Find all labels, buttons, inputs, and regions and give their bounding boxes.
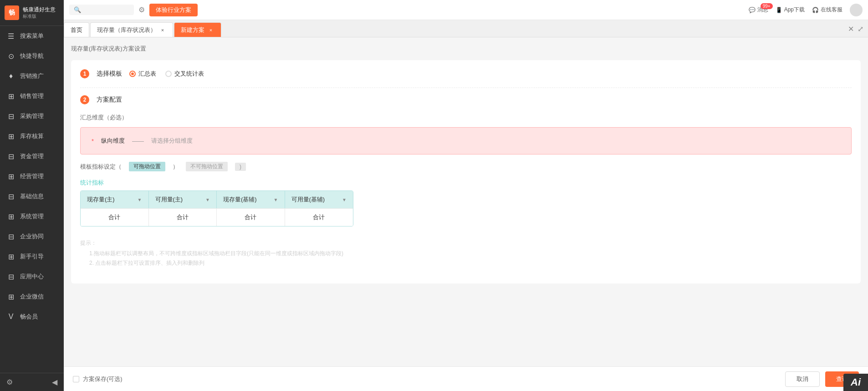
tab-new-scheme[interactable]: 新建方案 × — [174, 22, 221, 37]
stats-th-0[interactable]: 现存量(主) ▼ — [81, 191, 149, 208]
topbar-search-input[interactable] — [84, 7, 129, 13]
tips-title: 提示： — [80, 239, 852, 247]
topbar-right: 💬 消息 99+ 📱 App下载 🎧 在线客服 — [749, 4, 863, 16]
sidebar-item-label-quick-nav: 快捷导航 — [20, 52, 44, 60]
dim-dash: —— — [132, 138, 144, 144]
sidebar-item-label-app: 应用中心 — [20, 273, 44, 281]
sidebar-item-label-search-menu: 搜索菜单 — [20, 32, 44, 40]
step1-label: 选择模板 — [97, 70, 122, 78]
corp-icon: ⊟ — [6, 232, 15, 241]
sales-icon: ⊞ — [6, 92, 15, 101]
trial-btn[interactable]: 体验行业方案 — [149, 4, 198, 16]
scheme-panel: 1 选择模板 汇总表 交叉统计表 2 方案配置 — [71, 60, 861, 283]
sidebar-item-label-operation: 经营管理 — [20, 172, 44, 180]
step2-row: 2 方案配置 — [80, 95, 852, 104]
marketing-icon: ♦ — [6, 72, 15, 81]
sidebar-item-wechat[interactable]: ⊞ 企业微信 — [0, 287, 64, 307]
save-label: 方案保存(可选) — [83, 375, 123, 383]
topbar-gear-icon[interactable]: ⚙ — [138, 5, 145, 14]
sidebar-item-label-purchase: 采购管理 — [20, 112, 44, 120]
settings-icon[interactable]: ⚙ — [6, 378, 13, 386]
tab-inventory-status-label: 现存量（库存状况表） — [97, 26, 156, 34]
draggable-tag: 可拖动位置 — [129, 162, 165, 171]
radio-cross-circle — [165, 71, 172, 77]
message-btn[interactable]: 💬 消息 99+ — [749, 6, 768, 14]
radio-cross-label: 交叉统计表 — [174, 70, 204, 78]
stats-td-0-2: 合计 — [217, 208, 285, 226]
sidebar-item-marketing[interactable]: ♦ 营销推广 — [0, 66, 64, 86]
system-icon: ⊞ — [6, 212, 15, 221]
chevron-down-icon-0: ▼ — [138, 197, 142, 202]
stats-table-body: 合计 合计 合计 合计 — [81, 208, 353, 226]
logo-line1: 畅康通好生意 — [23, 6, 56, 14]
sidebar-item-label-inventory: 库存核算 — [20, 132, 44, 140]
dimension-area[interactable]: * 纵向维度 —— 请选择分组维度 — [80, 127, 852, 154]
step2-number: 2 — [80, 95, 89, 104]
tab-new-scheme-close-icon[interactable]: × — [207, 26, 214, 34]
required-star: * — [92, 138, 94, 144]
sidebar-item-corp[interactable]: ⊟ 企业协同 — [0, 226, 64, 247]
user-avatar[interactable] — [850, 4, 863, 16]
stats-section-title: 统计指标 — [80, 179, 852, 187]
sidebar-item-app[interactable]: ⊟ 应用中心 — [0, 267, 64, 287]
tab-close-icon[interactable]: ✕ — [848, 24, 854, 33]
tab-home-label: 首页 — [71, 26, 82, 34]
tab-bar: 首页 现存量（库存状况表） × 新建方案 × ✕ ⤢ — [64, 20, 868, 37]
radio-cross[interactable]: 交叉统计表 — [165, 70, 204, 78]
topbar-search-icon: 🔍 — [74, 6, 81, 13]
ai-badge: Ai — [843, 374, 868, 391]
logo-text: 畅康通好生意 标准版 — [23, 6, 56, 20]
step2-label: 方案配置 — [97, 96, 122, 104]
radio-summary[interactable]: 汇总表 — [129, 70, 156, 78]
tab-inventory-close-icon[interactable]: × — [159, 26, 166, 34]
tab-home[interactable]: 首页 — [64, 22, 89, 37]
indicator-settings-label: 模板指标设定（ — [80, 163, 122, 171]
sidebar-item-inventory[interactable]: ⊞ 库存核算 — [0, 126, 64, 146]
stats-table: 现存量(主) ▼ 可用量(主) ▼ 现存量(基辅) ▼ 可用量(基辅) ▼ — [80, 190, 353, 226]
finance-icon: ⊟ — [6, 152, 15, 161]
sidebar-logo: 畅 畅康通好生意 标准版 — [0, 0, 64, 26]
app-icon: ⊟ — [6, 272, 15, 281]
search-menu-icon: ☰ — [6, 31, 15, 41]
sidebar-item-search-menu[interactable]: ☰ 搜索菜单 — [0, 26, 64, 46]
sound-icon[interactable]: ◀ — [52, 378, 57, 386]
sidebar-item-finance[interactable]: ⊟ 资金管理 — [0, 146, 64, 166]
sidebar-item-sales[interactable]: ⊞ 销售管理 — [0, 86, 64, 106]
non-draggable-tag2: ) — [235, 163, 246, 171]
message-icon: 💬 — [749, 7, 756, 13]
chevron-down-icon-2: ▼ — [274, 197, 278, 202]
cancel-button[interactable]: 取消 — [785, 371, 820, 387]
sidebar: 畅 畅康通好生意 标准版 ☰ 搜索菜单 ⊙ 快捷导航 ♦ 营销推广 ⊞ 销售管理… — [0, 0, 64, 391]
sidebar-item-operation[interactable]: ⊞ 经营管理 — [0, 166, 64, 186]
sidebar-item-basic[interactable]: ⊟ 基础信息 — [0, 186, 64, 206]
stats-th-3[interactable]: 可用量(基辅) ▼ — [285, 191, 353, 208]
tab-inventory-status[interactable]: 现存量（库存状况表） × — [90, 22, 173, 37]
indicator-settings-row: 模板指标设定（ 可拖动位置 ） 不可拖动位置 ) — [80, 162, 852, 171]
app-download-icon: 📱 — [776, 7, 782, 13]
sidebar-item-label-finance: 资金管理 — [20, 152, 44, 160]
stats-th-1[interactable]: 可用量(主) ▼ — [149, 191, 217, 208]
sidebar-item-guide[interactable]: ⊞ 新手引导 — [0, 247, 64, 267]
tab-expand-icon[interactable]: ⤢ — [858, 24, 863, 33]
dimension-title: 汇总维度（必选） — [80, 113, 852, 122]
save-option[interactable]: 方案保存(可选) — [73, 375, 123, 383]
sidebar-item-purchase[interactable]: ⊟ 采购管理 — [0, 106, 64, 126]
sidebar-item-system[interactable]: ⊞ 系统管理 — [0, 206, 64, 226]
app-download-btn[interactable]: 📱 App下载 — [776, 6, 805, 14]
content-area: 现存量(库存状况表)方案设置 1 选择模板 汇总表 交叉统计表 — [64, 37, 868, 366]
purchase-icon: ⊟ — [6, 112, 15, 121]
non-draggable-tag: 不可拖动位置 — [186, 162, 228, 171]
tab-new-scheme-label: 新建方案 — [181, 26, 204, 34]
stats-th-1-label: 可用量(主) — [155, 196, 183, 204]
sidebar-item-label-basic: 基础信息 — [20, 192, 44, 201]
tips-item-1: 2. 点击标题栏下拉可设置排序、插入列和删除列 — [80, 259, 852, 267]
stats-th-0-label: 现存量(主) — [87, 196, 115, 204]
topbar-search-box[interactable]: 🔍 — [69, 5, 134, 15]
sidebar-item-quick-nav[interactable]: ⊙ 快捷导航 — [0, 46, 64, 66]
save-checkbox[interactable] — [73, 376, 79, 382]
online-service-btn[interactable]: 🎧 在线客服 — [812, 6, 842, 14]
stats-th-2[interactable]: 现存量(基辅) ▼ — [217, 191, 285, 208]
quick-nav-icon: ⊙ — [6, 51, 15, 61]
basic-icon: ⊟ — [6, 192, 15, 201]
sidebar-item-member[interactable]: V 畅会员 — [0, 307, 64, 327]
